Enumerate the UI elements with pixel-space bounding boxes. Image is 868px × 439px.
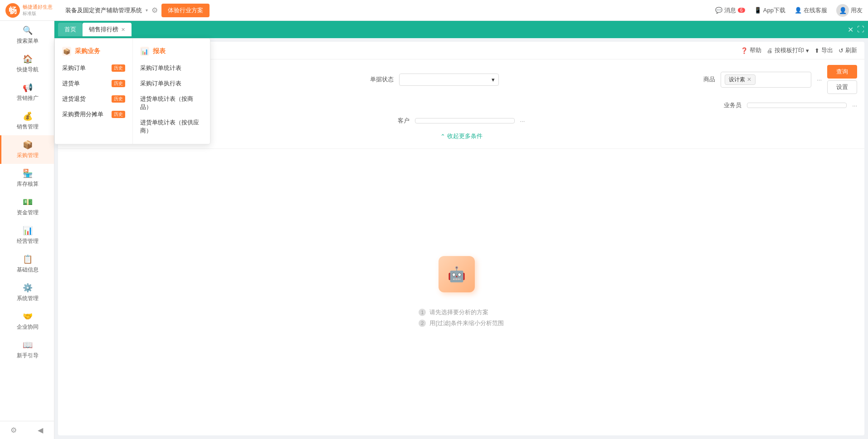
sidebar-label-sales: 销售管理 <box>17 123 39 131</box>
sidebar-settings-btn[interactable]: ⚙ <box>0 421 27 439</box>
product-more-icon[interactable]: ··· <box>817 76 822 83</box>
topbar: 畅 畅捷通好生意 标准版 装备及固定资产辅助管理系统 ▾ ⚙ 体验行业方案 💬 … <box>0 0 868 21</box>
doc-status-dropdown-icon: ▾ <box>492 76 495 83</box>
avatar: 👤 <box>836 4 849 17</box>
export-icon: ⬆ <box>814 47 819 54</box>
sidebar-item-guide[interactable]: 📖 新手引导 <box>0 335 54 364</box>
sidebar-item-cooperation[interactable]: 🤝 企业协同 <box>0 307 54 335</box>
sidebar-label-operations: 经营管理 <box>17 237 39 245</box>
dropdown-item-purchase-order-stats[interactable]: 采购订单统计表 <box>133 60 210 76</box>
message-btn[interactable]: 💬 消息 6 <box>715 6 745 15</box>
online-service-btn[interactable]: 👤 在线客服 <box>795 6 827 15</box>
tab-close-all-icon[interactable]: ✕ <box>848 25 853 34</box>
tab-home-label: 首页 <box>64 25 76 34</box>
product-select[interactable]: 设计素 ✕ <box>721 72 811 88</box>
return-history: 历史 <box>112 95 125 103</box>
product-tag-close[interactable]: ✕ <box>747 76 751 83</box>
tab-home[interactable]: 首页 <box>58 23 83 36</box>
sidebar-item-basicinfo[interactable]: 📋 基础信息 <box>0 250 54 278</box>
sidebar-item-sales[interactable]: 💰 销售管理 <box>0 107 54 135</box>
logo: 畅 畅捷通好生意 标准版 <box>5 3 60 18</box>
return-label: 进货退货 <box>62 95 86 103</box>
system-dropdown-arrow[interactable]: ▾ <box>146 8 148 13</box>
dropdown-item-expense[interactable]: 采购费用分摊单 历史 <box>55 107 132 122</box>
dropdown-item-purchase-order[interactable]: 采购订单 历史 <box>55 60 132 76</box>
sidebar-item-marketing[interactable]: 📢 营销推广 <box>0 78 54 107</box>
purchase-order-exec-label: 采购订单执行表 <box>140 79 181 88</box>
sidebar-label-search: 搜索菜单 <box>17 37 39 45</box>
finance-icon: 💵 <box>23 197 33 207</box>
logo-title: 畅捷通好生意 <box>23 4 53 10</box>
tab-sales-rank-label: 销售排行榜 <box>89 25 118 34</box>
print-btn[interactable]: 🖨 按模板打印 ▾ <box>767 46 809 54</box>
empty-tip-1: 1 请先选择要分析的方案 <box>419 307 503 318</box>
purchase-order-stats-label: 采购订单统计表 <box>140 64 181 72</box>
search-icon: 🔍 <box>23 25 33 35</box>
logo-text-block: 畅捷通好生意 标准版 <box>23 4 53 16</box>
print-icon: 🖨 <box>767 47 773 54</box>
dropdown-col-report: 📊 报表 采购订单统计表 采购订单执行表 进货单统计表（按商品） 进货单统计表（… <box>133 39 210 144</box>
expense-history: 历史 <box>112 111 125 118</box>
sidebar-collapse-btn[interactable]: ◀ <box>27 421 54 439</box>
sidebar-label-inventory: 库存核算 <box>17 180 39 188</box>
message-icon: 💬 <box>715 7 722 14</box>
refresh-icon: ↺ <box>839 47 844 54</box>
customer-select[interactable] <box>415 118 515 123</box>
report-header-icon: 📊 <box>140 47 149 56</box>
sidebar-item-purchase[interactable]: 📦 采购管理 <box>0 135 54 164</box>
refresh-btn[interactable]: ↺ 刷新 <box>839 46 857 54</box>
dropdown-item-incoming-stats-supplier[interactable]: 进货单统计表（按供应商） <box>133 115 210 138</box>
sidebar-label-system: 系统管理 <box>17 295 39 302</box>
help-label: 帮助 <box>750 46 761 54</box>
sidebar-item-system[interactable]: ⚙️ 系统管理 <box>0 278 54 307</box>
inventory-icon: 🏪 <box>23 168 33 178</box>
empty-illustration: 🤖 <box>439 256 475 292</box>
tip-dot-1: 1 <box>419 309 426 316</box>
incoming-label: 进货单 <box>62 79 80 88</box>
customer-label: 客户 <box>398 117 410 125</box>
sidebar-label-cooperation: 企业协同 <box>17 323 39 331</box>
collapse-label: 收起更多条件 <box>447 132 483 140</box>
app-download-btn[interactable]: 📱 App下载 <box>754 6 785 15</box>
incoming-history: 历史 <box>112 80 125 87</box>
incoming-stats-supplier-label: 进货单统计表（按供应商） <box>140 118 203 135</box>
setting-btn[interactable]: 设置 <box>827 80 857 94</box>
sidebar-item-finance[interactable]: 💵 资金管理 <box>0 192 54 221</box>
help-btn[interactable]: ❓ 帮助 <box>741 46 761 54</box>
tip-text-2: 用[过滤]条件来缩小分析范围 <box>429 319 503 327</box>
user-label: 用友 <box>851 6 863 15</box>
message-label: 消息 <box>724 6 736 15</box>
dropdown-item-incoming-stats-product[interactable]: 进货单统计表（按商品） <box>133 91 210 115</box>
phone-icon: 📱 <box>754 7 761 14</box>
sidebar-item-inventory[interactable]: 🏪 库存核算 <box>0 164 54 192</box>
salesperson-select[interactable] <box>747 103 847 108</box>
industry-btn[interactable]: 体验行业方案 <box>161 4 210 17</box>
export-btn[interactable]: ⬆ 导出 <box>814 46 833 54</box>
product-label: 商品 <box>703 75 715 84</box>
tab-sales-rank[interactable]: 销售排行榜 ✕ <box>83 23 132 36</box>
dropdown-item-incoming[interactable]: 进货单 历史 <box>55 76 132 91</box>
sidebar-label-quicknav: 快捷导航 <box>17 66 39 74</box>
salesperson-more-icon[interactable]: ··· <box>852 102 857 109</box>
sidebar-item-search[interactable]: 🔍 搜索菜单 <box>0 21 54 49</box>
gear-icon[interactable]: ⚙ <box>151 6 158 15</box>
query-btn[interactable]: 查询 <box>827 65 857 79</box>
tab-maximize-icon[interactable]: ⛶ <box>857 25 864 34</box>
doc-status-select[interactable]: ▾ <box>399 74 499 86</box>
sidebar-item-quicknav[interactable]: 🏠 快捷导航 <box>0 49 54 78</box>
user-btn[interactable]: 👤 用友 <box>836 4 863 17</box>
doc-status-label: 单据状态 <box>370 75 394 84</box>
customer-more-icon[interactable]: ··· <box>520 118 525 124</box>
dropdown-item-purchase-order-exec[interactable]: 采购订单执行表 <box>133 76 210 91</box>
online-service-label: 在线客服 <box>804 6 827 15</box>
system-icon: ⚙️ <box>23 283 33 293</box>
dropdown-item-return[interactable]: 进货退货 历史 <box>55 91 132 107</box>
print-dropdown-icon[interactable]: ▾ <box>806 47 809 54</box>
print-label: 按模板打印 <box>775 46 804 54</box>
topbar-system: 装备及固定资产辅助管理系统 ▾ ⚙ 体验行业方案 <box>60 4 715 17</box>
tab-close-icon[interactable]: ✕ <box>121 27 125 33</box>
dropdown-col-report-title: 报表 <box>153 47 166 55</box>
sidebar-label-guide: 新手引导 <box>17 352 39 360</box>
sidebar-item-operations[interactable]: 📊 经营管理 <box>0 221 54 250</box>
sidebar-label-marketing: 营销推广 <box>17 94 39 102</box>
